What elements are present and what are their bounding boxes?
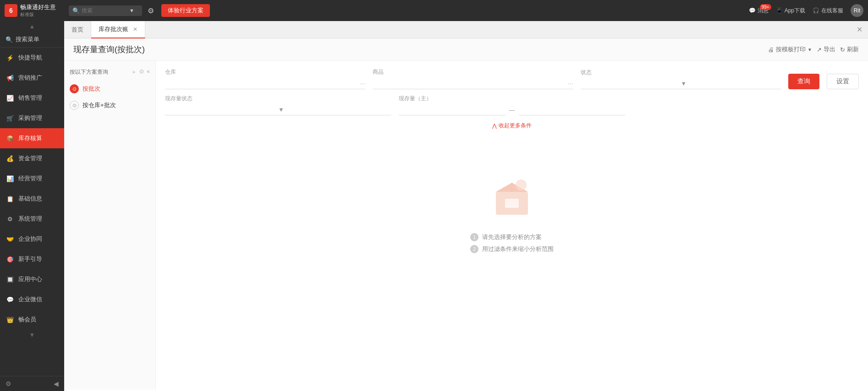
panel-header-icons: ＋ ⊙ «: [131, 68, 150, 76]
sidebar-item-sales[interactable]: 📈 销售管理: [0, 88, 64, 108]
sidebar: ▲ 🔍 搜索菜单 ⚡ 快捷导航 📢 营销推广 📈 销售管理 🛒 采购管理 📦 库…: [0, 21, 64, 391]
status-select[interactable]: ▼: [581, 78, 781, 89]
sidebar-item-wechat[interactable]: 💬 企业微信: [0, 289, 64, 310]
sidebar-item-system[interactable]: ⚙ 系统管理: [0, 209, 64, 229]
sidebar-item-purchase[interactable]: 🛒 采购管理: [0, 108, 64, 128]
panel-item-by-batch[interactable]: ⊙ 按批次: [64, 81, 155, 97]
by-batch-icon: ⊙: [70, 84, 79, 93]
collab-icon: 🤝: [5, 234, 15, 244]
settings-button[interactable]: 设置: [827, 74, 859, 89]
filter-area: 仓库 ··· 商品 ···: [165, 68, 859, 132]
warehouse-more-icon[interactable]: ···: [360, 80, 366, 87]
user-item[interactable]: Rit: [851, 4, 863, 17]
tab-bar-close-button[interactable]: ✕: [851, 25, 868, 34]
sidebar-item-apps[interactable]: 🔲 应用中心: [0, 269, 64, 289]
message-icon: 💬: [749, 7, 756, 14]
inventory-icon: 📦: [5, 134, 15, 143]
nav-search-input[interactable]: [82, 7, 127, 14]
avatar: Rit: [851, 4, 863, 17]
basic-icon: 📋: [5, 194, 15, 203]
sidebar-item-finance[interactable]: 💰 资金管理: [0, 148, 64, 168]
online-service-item[interactable]: 🎧 在线客服: [813, 7, 843, 15]
headset-icon: 🎧: [813, 7, 819, 14]
print-chevron-icon: ▼: [808, 47, 812, 52]
goods-input[interactable]: [373, 80, 568, 87]
refresh-icon: ↻: [840, 46, 845, 53]
nav-gear-icon[interactable]: ⚙: [148, 6, 154, 15]
status-chevron-icon: ▼: [681, 80, 781, 87]
inventory-status-select[interactable]: ▼: [165, 104, 391, 115]
app-download-item[interactable]: 📱 App下载: [776, 7, 805, 15]
sidebar-item-operations[interactable]: 📊 经营管理: [0, 168, 64, 189]
collapse-up-icon: ⋀: [492, 123, 497, 129]
left-panel: 按以下方案查询 ＋ ⊙ « ⊙ 按批次 ⊙ 按仓库+批次: [64, 61, 156, 390]
panel-add-icon[interactable]: ＋: [131, 68, 137, 76]
query-button[interactable]: 查询: [788, 74, 819, 89]
filter-goods: 商品 ···: [373, 68, 573, 89]
inventory-qty-from-input[interactable]: [399, 104, 505, 115]
tab-home[interactable]: 首页: [64, 21, 91, 38]
right-content: 仓库 ··· 商品 ···: [156, 61, 868, 390]
message-item[interactable]: 💬 消息 99+: [749, 7, 769, 15]
tab-close-icon[interactable]: ✕: [133, 26, 137, 33]
app-logo: 6 畅康通好生意 标准版: [5, 4, 69, 17]
print-icon: 🖨: [768, 46, 774, 53]
inventory-status-chevron-icon: ▼: [278, 106, 391, 113]
sidebar-item-marketing[interactable]: 📢 营销推广: [0, 68, 64, 88]
sidebar-item-collab[interactable]: 🤝 企业协同: [0, 229, 64, 249]
empty-state: 1 请先选择要分析的方案 2 用过滤条件来缩小分析范围: [165, 132, 859, 290]
export-button[interactable]: ↗ 导出: [817, 45, 835, 54]
top-nav: 🔍 ▼ ⚙ 体验行业方案: [69, 4, 749, 17]
tab-bar: 首页 库存批次账 ✕ ✕: [64, 21, 868, 38]
purchase-icon: 🛒: [5, 114, 15, 123]
tab-inventory-batch[interactable]: 库存批次账 ✕: [91, 21, 145, 38]
sidebar-scroll-up[interactable]: ▲: [0, 21, 64, 32]
page-content: 现存量查询(按批次) 🖨 按模板打印 ▼ ↗ 导出 ↻ 刷新: [64, 38, 868, 391]
sidebar-search[interactable]: 🔍 搜索菜单: [0, 32, 64, 48]
panel-item-by-warehouse-batch[interactable]: ⊙ 按仓库+批次: [64, 97, 155, 114]
print-template-button[interactable]: 🖨 按模板打印 ▼: [768, 45, 812, 54]
system-icon: ⚙: [5, 214, 15, 223]
nav-search-bar[interactable]: 🔍 ▼: [69, 5, 142, 16]
finance-icon: 💰: [5, 154, 15, 163]
main-layout: ▲ 🔍 搜索菜单 ⚡ 快捷导航 📢 营销推广 📈 销售管理 🛒 采购管理 📦 库…: [0, 21, 868, 391]
apps-icon: 🔲: [5, 275, 15, 284]
sidebar-item-basic[interactable]: 📋 基础信息: [0, 189, 64, 209]
sidebar-item-quick-nav[interactable]: ⚡ 快捷导航: [0, 48, 64, 68]
page-header: 现存量查询(按批次) 🖨 按模板打印 ▼ ↗ 导出 ↻ 刷新: [64, 38, 868, 61]
sidebar-bottom: ⚙ ◀: [0, 376, 64, 391]
by-warehouse-batch-icon: ⊙: [70, 101, 79, 110]
inner-layout: 按以下方案查询 ＋ ⊙ « ⊙ 按批次 ⊙ 按仓库+批次: [64, 61, 868, 390]
sidebar-item-newbie[interactable]: 🎯 新手引导: [0, 249, 64, 269]
page-title: 现存量查询(按批次): [73, 44, 145, 55]
filter-warehouse: 仓库 ···: [165, 68, 365, 89]
panel-header: 按以下方案查询 ＋ ⊙ «: [64, 65, 155, 79]
nav-dropdown-icon[interactable]: ▼: [129, 8, 134, 13]
app-download-icon: 📱: [776, 7, 783, 14]
inventory-qty-to-input[interactable]: [519, 104, 626, 115]
message-badge: 99+: [760, 4, 771, 10]
experience-button[interactable]: 体验行业方案: [161, 4, 210, 17]
filter-inventory-qty: 现存量（主） —: [399, 95, 625, 115]
sidebar-scroll-down[interactable]: ▼: [0, 330, 64, 340]
quick-nav-icon: ⚡: [5, 53, 15, 62]
empty-illustration: [484, 169, 539, 224]
empty-tip-2: 2 用过滤条件来缩小分析范围: [470, 245, 554, 253]
goods-more-icon[interactable]: ···: [568, 80, 573, 87]
newbie-icon: 🎯: [5, 255, 15, 264]
refresh-button[interactable]: ↻ 刷新: [840, 45, 859, 54]
sidebar-item-inventory[interactable]: 📦 库存核算: [0, 128, 64, 148]
panel-collapse-icon[interactable]: «: [147, 68, 150, 76]
panel-settings-icon[interactable]: ⊙: [139, 68, 144, 76]
settings-icon[interactable]: ⚙: [5, 380, 11, 387]
qty-dash: —: [509, 107, 515, 114]
logo-icon: 6: [5, 4, 17, 17]
export-icon: ↗: [817, 46, 822, 53]
collapse-row[interactable]: ⋀ 收起更多条件: [165, 119, 859, 132]
warehouse-input[interactable]: [165, 80, 360, 87]
sidebar-search-icon: 🔍: [5, 36, 13, 43]
sidebar-item-member[interactable]: 👑 畅会员: [0, 310, 64, 330]
collapse-icon[interactable]: ◀: [54, 380, 59, 387]
marketing-icon: 📢: [5, 73, 15, 82]
svg-point-3: [516, 179, 527, 190]
